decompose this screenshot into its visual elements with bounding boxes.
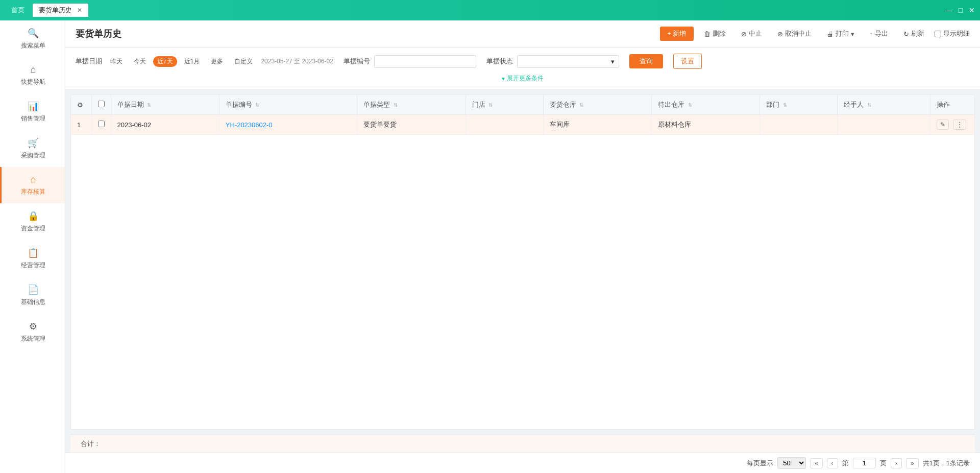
filter-bar: 单据日期 昨天 今天 近7天 近1月 更多 自定义 2023-05-27 至 2… bbox=[65, 48, 980, 89]
date-filter-group: 单据日期 昨天 今天 近7天 近1月 更多 自定义 2023-05-27 至 2… bbox=[76, 56, 333, 67]
page-number-input[interactable] bbox=[853, 458, 876, 468]
next-page-button[interactable]: › bbox=[891, 458, 902, 468]
export-button[interactable]: ↑ 导出 bbox=[865, 27, 894, 41]
finance-icon: 🔒 bbox=[28, 210, 39, 222]
data-table: ⚙ 单据日期 ⇅ 单据编号 ⇅ bbox=[71, 95, 974, 135]
sales-icon: 📊 bbox=[28, 101, 39, 112]
delete-button[interactable]: 🗑 删除 bbox=[699, 27, 731, 41]
last-page-button[interactable]: » bbox=[906, 458, 919, 468]
col-order-type[interactable]: 单据类型 ⇅ bbox=[357, 95, 465, 115]
new-button[interactable]: + 新增 bbox=[660, 27, 693, 41]
cancel-stop-button[interactable]: ⊘ 取消中止 bbox=[772, 27, 817, 41]
tab-close-icon[interactable]: ✕ bbox=[77, 7, 82, 14]
per-page-select[interactable]: 50 10 20 100 bbox=[777, 457, 806, 469]
filter-row: 单据日期 昨天 今天 近7天 近1月 更多 自定义 2023-05-27 至 2… bbox=[76, 54, 970, 69]
content-area: 要货单历史 + 新增 🗑 删除 ⊘ 中止 ⊘ 取消中止 🖨 打印 bbox=[65, 20, 980, 473]
tab-home[interactable]: 首页 bbox=[5, 4, 31, 17]
sidebar-item-purchase[interactable]: 🛒 采购管理 bbox=[0, 130, 65, 167]
expand-more-button[interactable]: ▾ 展开更多条件 bbox=[76, 74, 970, 83]
tab-bar: 首页 要货单历史 ✕ bbox=[5, 4, 945, 17]
settings-button[interactable]: 设置 bbox=[673, 54, 702, 69]
print-button[interactable]: 🖨 打印 ▾ bbox=[822, 27, 860, 41]
export-icon: ↑ bbox=[870, 30, 873, 38]
col-handler[interactable]: 经手人 ⇅ bbox=[838, 95, 930, 115]
row-date: 2023-06-02 bbox=[111, 115, 219, 135]
sidebar-item-system[interactable]: ⚙ 系统管理 bbox=[0, 314, 65, 350]
sort-reqwarehouse-icon: ⇅ bbox=[579, 102, 583, 108]
status-filter-group: 单据状态 ▾ bbox=[486, 55, 619, 68]
sidebar-item-management[interactable]: 📋 经营管理 bbox=[0, 240, 65, 277]
stop-button[interactable]: ⊘ 中止 bbox=[736, 27, 767, 41]
col-pending-warehouse[interactable]: 待出仓库 ⇅ bbox=[651, 95, 760, 115]
col-req-warehouse[interactable]: 要货仓库 ⇅ bbox=[543, 95, 651, 115]
row-store bbox=[465, 115, 543, 135]
top-bar: 首页 要货单历史 ✕ — □ ✕ bbox=[0, 0, 980, 20]
col-department[interactable]: 部门 ⇅ bbox=[760, 95, 838, 115]
refresh-button[interactable]: ↻ 刷新 bbox=[898, 27, 929, 41]
shortcut-custom[interactable]: 自定义 bbox=[230, 56, 257, 67]
col-store[interactable]: 门店 ⇅ bbox=[465, 95, 543, 115]
row-req-warehouse: 车间库 bbox=[543, 115, 651, 135]
sidebar-item-search[interactable]: 🔍 搜索菜单 bbox=[0, 20, 65, 57]
system-icon: ⚙ bbox=[29, 321, 37, 332]
row-select-checkbox[interactable] bbox=[98, 121, 105, 127]
table-summary: 合计： bbox=[70, 435, 975, 453]
total-records-label: 共1页，1条记录 bbox=[923, 459, 970, 468]
basicinfo-icon: 📄 bbox=[28, 284, 39, 295]
table-container: ⚙ 单据日期 ⇅ 单据编号 ⇅ bbox=[70, 94, 975, 430]
col-date[interactable]: 单据日期 ⇅ bbox=[111, 95, 219, 115]
first-page-button[interactable]: « bbox=[810, 458, 823, 468]
order-no-input[interactable] bbox=[374, 55, 476, 68]
tab-order-history[interactable]: 要货单历史 ✕ bbox=[33, 4, 88, 17]
col-action: 操作 bbox=[930, 95, 974, 115]
date-label: 单据日期 bbox=[76, 57, 102, 66]
show-detail-input[interactable] bbox=[935, 31, 941, 37]
column-settings-icon[interactable]: ⚙ bbox=[77, 101, 83, 109]
row-edit-button[interactable]: ✎ bbox=[937, 120, 949, 130]
row-pending-warehouse: 原材料仓库 bbox=[651, 115, 760, 135]
sidebar-item-inventory[interactable]: ⌂ 库存核算 bbox=[0, 167, 65, 203]
table-header-row: ⚙ 单据日期 ⇅ 单据编号 ⇅ bbox=[71, 95, 974, 115]
sidebar-item-nav[interactable]: ⌂ 快捷导航 bbox=[0, 57, 65, 93]
shortcut-7days[interactable]: 近7天 bbox=[153, 56, 177, 67]
pagination-bar: 每页显示 50 10 20 100 « ‹ 第 页 › » 共1页，1条记录 bbox=[65, 453, 980, 473]
delete-icon: 🗑 bbox=[704, 30, 710, 38]
col-order-no[interactable]: 单据编号 ⇅ bbox=[219, 95, 357, 115]
cancel-stop-icon: ⊘ bbox=[777, 30, 783, 38]
shortcut-1month[interactable]: 近1月 bbox=[180, 56, 204, 67]
row-order-type: 要货单要货 bbox=[357, 115, 465, 135]
table-row: 1 2023-06-02 YH-20230602-0 要货单要货 车间库 原材料… bbox=[71, 115, 974, 135]
row-actions: ✎ ⋮ bbox=[930, 115, 974, 135]
shortcut-yesterday[interactable]: 昨天 bbox=[106, 56, 127, 67]
query-button[interactable]: 查询 bbox=[629, 54, 663, 68]
close-icon[interactable]: ✕ bbox=[969, 6, 975, 14]
row-checkbox[interactable] bbox=[91, 115, 111, 135]
shortcut-today[interactable]: 今天 bbox=[130, 56, 150, 67]
status-label: 单据状态 bbox=[486, 57, 513, 66]
expand-icon: ▾ bbox=[502, 75, 505, 82]
sidebar-item-finance[interactable]: 🔒 资金管理 bbox=[0, 203, 65, 240]
purchase-icon: 🛒 bbox=[28, 137, 39, 149]
select-all-checkbox[interactable] bbox=[98, 101, 105, 107]
sidebar-item-basicinfo[interactable]: 📄 基础信息 bbox=[0, 277, 65, 314]
prev-page-button[interactable]: ‹ bbox=[827, 458, 838, 468]
maximize-icon[interactable]: □ bbox=[959, 6, 963, 14]
show-detail-checkbox[interactable]: 显示明细 bbox=[935, 29, 970, 38]
status-select[interactable]: ▾ bbox=[517, 55, 619, 68]
row-more-button[interactable]: ⋮ bbox=[953, 120, 966, 130]
minimize-icon[interactable]: — bbox=[945, 6, 952, 14]
date-shortcuts: 昨天 今天 近7天 近1月 更多 自定义 bbox=[106, 56, 257, 67]
col-settings: ⚙ bbox=[71, 95, 91, 115]
sidebar-item-sales[interactable]: 📊 销售管理 bbox=[0, 93, 65, 130]
sort-dept-icon: ⇅ bbox=[783, 102, 787, 108]
order-no-link[interactable]: YH-20230602-0 bbox=[226, 121, 273, 129]
management-icon: 📋 bbox=[28, 247, 39, 258]
go-to-page-label: 第 bbox=[842, 459, 849, 468]
order-no-label: 单据编号 bbox=[344, 57, 370, 66]
shortcut-more[interactable]: 更多 bbox=[207, 56, 227, 67]
row-index: 1 bbox=[71, 115, 91, 135]
page-header: 要货单历史 + 新增 🗑 删除 ⊘ 中止 ⊘ 取消中止 🖨 打印 bbox=[65, 20, 980, 48]
order-no-filter-group: 单据编号 bbox=[344, 55, 476, 68]
print-dropdown-icon: ▾ bbox=[851, 30, 854, 38]
main-layout: 🔍 搜索菜单 ⌂ 快捷导航 📊 销售管理 🛒 采购管理 ⌂ 库存核算 🔒 资金管… bbox=[0, 20, 980, 473]
